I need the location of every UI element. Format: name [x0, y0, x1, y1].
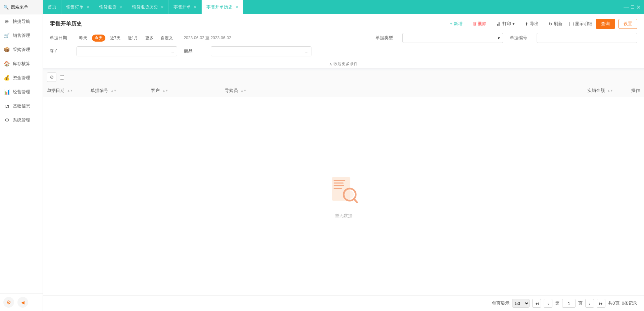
sidebar-search-label: 搜索采单: [11, 4, 28, 10]
sidebar-icon-basic-info: 🗂: [3, 103, 10, 109]
tab-retail-open-history[interactable]: 零售开单历史✕: [202, 0, 243, 14]
per-page-select[interactable]: 50 100 200: [512, 299, 530, 308]
tab-close-sales-return-history[interactable]: ✕: [161, 5, 164, 9]
window-close-btn[interactable]: ✕: [636, 4, 641, 10]
collapse-more-conditions[interactable]: ∧ 收起更多条件: [50, 60, 637, 68]
table-container: ⚙ 单据日期 ▲▼ 单据编号 ▲▼ 客户: [43, 70, 644, 311]
svg-line-7: [354, 199, 357, 202]
refresh-icon: ↻: [549, 21, 552, 27]
query-button[interactable]: 查询: [596, 19, 615, 29]
refresh-button[interactable]: ↻ 刷新: [545, 19, 566, 29]
sidebar-label-stock-calc: 库存核算: [13, 61, 30, 67]
table-settings-btn[interactable]: ⚙: [47, 72, 56, 82]
sidebar-icon-finance-mgmt: 💰: [3, 75, 10, 81]
sidebar-item-basic-info[interactable]: 🗂基础信息: [0, 99, 43, 113]
print-icon: 🖨: [497, 21, 501, 27]
col-customer: 客户 ▲▼: [147, 84, 221, 97]
tab-close-retail-open-history[interactable]: ✕: [235, 5, 238, 9]
sort-guide-icon[interactable]: ▲▼: [241, 89, 247, 92]
customer-input[interactable]: ...: [77, 46, 177, 56]
prev-page-btn[interactable]: ‹: [544, 299, 552, 308]
doc-type-chevron-icon: ▾: [498, 36, 500, 41]
sidebar-icon-sales-mgmt: 🛒: [3, 33, 10, 39]
display-detail-label[interactable]: 显示明细: [569, 21, 592, 27]
svg-point-6: [346, 191, 354, 199]
export-button[interactable]: ⬆ 导出: [522, 19, 542, 29]
svg-rect-3: [334, 185, 344, 186]
sidebar-item-stock-calc[interactable]: 🏠库存核算: [0, 57, 43, 71]
collapse-sidebar-btn[interactable]: ◀: [17, 297, 28, 308]
sidebar-item-quick-nav[interactable]: ⊕快捷导航: [0, 14, 43, 29]
date-opt-自定义[interactable]: 自定义: [158, 35, 176, 42]
col-action: 操作: [617, 84, 644, 97]
svg-rect-2: [334, 183, 344, 184]
tab-close-sales-order[interactable]: ✕: [86, 5, 89, 9]
product-input[interactable]: ...: [211, 46, 311, 56]
date-opt-更多[interactable]: 更多: [143, 35, 156, 42]
doc-no-input[interactable]: [537, 33, 637, 43]
filter-area: 单据日期 昨天今天近7天近1月更多自定义 2023-06-02 至 2023-0…: [50, 33, 637, 68]
tab-label-retail-open: 零售开单: [174, 4, 191, 10]
date-opt-昨天[interactable]: 昨天: [77, 35, 90, 42]
date-opt-近1月[interactable]: 近1月: [125, 35, 141, 42]
per-page-label: 每页显示: [492, 300, 509, 306]
tabs-window-controls: — □ ✕: [620, 0, 644, 14]
collapse-more-label: 收起更多条件: [334, 61, 358, 67]
sidebar: 🔍 搜索采单 ⊕快捷导航🛒销售管理📦采购管理🏠库存核算💰资金管理📊经营管理🗂基础…: [0, 0, 43, 311]
sidebar-label-sales-mgmt: 销售管理: [13, 33, 30, 39]
tab-retail-open[interactable]: 零售开单✕: [169, 0, 202, 14]
sort-amount-icon[interactable]: ▲▼: [607, 89, 613, 92]
sort-no-icon[interactable]: ▲▼: [111, 89, 117, 92]
settings-footer-btn[interactable]: ⚙: [3, 297, 14, 308]
table-toolbar: ⚙: [43, 70, 644, 84]
tab-sales-order[interactable]: 销售订单✕: [61, 0, 94, 14]
page-header-top: 零售开单历史 + 新增 🗑 删除 🖨 🖨 打印 打印 ▾ ⬆ 导出 ↻ 刷新: [50, 19, 637, 29]
empty-state: 暂无数据: [43, 97, 644, 295]
main: 首页销售订单✕销货退货✕销货退货历史✕零售开单✕零售开单历史✕ — □ ✕ 零售…: [43, 0, 644, 311]
sidebar-item-finance-mgmt[interactable]: 💰资金管理: [0, 71, 43, 85]
sidebar-item-ops-mgmt[interactable]: 📊经营管理: [0, 85, 43, 99]
sidebar-label-ops-mgmt: 经营管理: [13, 89, 30, 95]
delete-button[interactable]: 🗑 删除: [469, 19, 490, 29]
sidebar-label-purchase-mgmt: 采购管理: [13, 47, 30, 53]
page-label: 第: [555, 300, 559, 306]
window-maximize-btn[interactable]: □: [631, 4, 634, 10]
svg-rect-1: [334, 180, 345, 181]
tab-close-sales-return[interactable]: ✕: [119, 5, 122, 9]
display-detail-checkbox[interactable]: [569, 22, 574, 26]
sort-customer-icon[interactable]: ▲▼: [162, 89, 168, 92]
sidebar-item-sales-mgmt[interactable]: 🛒销售管理: [0, 29, 43, 43]
sidebar-label-basic-info: 基础信息: [13, 103, 30, 109]
sidebar-item-sys-mgmt[interactable]: ⚙系统管理: [0, 113, 43, 127]
tab-home[interactable]: 首页: [43, 0, 61, 14]
col-amount: 实销金额 ▲▼: [577, 84, 617, 97]
tab-close-retail-open[interactable]: ✕: [194, 5, 197, 9]
customer-filter-label: 客户: [50, 48, 70, 54]
print-button[interactable]: 🖨 🖨 打印 打印 ▾: [493, 19, 518, 29]
last-page-btn[interactable]: ⏭: [597, 299, 605, 308]
sort-date-icon[interactable]: ▲▼: [67, 89, 73, 92]
setting-button[interactable]: 设置: [618, 19, 637, 29]
date-opt-今天[interactable]: 今天: [92, 35, 105, 42]
tab-sales-return[interactable]: 销货退货✕: [94, 0, 127, 14]
total-info: 共0页, 0条记录: [608, 300, 637, 306]
select-all-checkbox[interactable]: [60, 75, 64, 80]
toolbar: + 新增 🗑 删除 🖨 🖨 打印 打印 ▾ ⬆ 导出 ↻ 刷新: [447, 19, 637, 29]
tab-label-home: 首页: [48, 4, 56, 10]
sidebar-icon-purchase-mgmt: 📦: [3, 47, 10, 53]
next-page-btn[interactable]: ›: [585, 299, 594, 308]
doc-type-select[interactable]: ▾: [402, 33, 503, 43]
empty-illustration: [327, 174, 360, 207]
date-filter-label: 单据日期: [50, 35, 70, 41]
customer-dots: ...: [170, 49, 174, 54]
tab-sales-return-history[interactable]: 销货退货历史✕: [127, 0, 169, 14]
sidebar-item-purchase-mgmt[interactable]: 📦采购管理: [0, 43, 43, 57]
new-button[interactable]: + 新增: [447, 19, 466, 29]
search-icon: 🔍: [3, 5, 9, 10]
first-page-btn[interactable]: ⏮: [532, 299, 541, 308]
window-minimize-btn[interactable]: —: [624, 4, 629, 10]
sidebar-search[interactable]: 🔍 搜索采单: [0, 0, 43, 14]
date-opt-近7天[interactable]: 近7天: [107, 35, 123, 42]
page-input[interactable]: [562, 299, 576, 308]
product-dots: ...: [305, 49, 308, 54]
